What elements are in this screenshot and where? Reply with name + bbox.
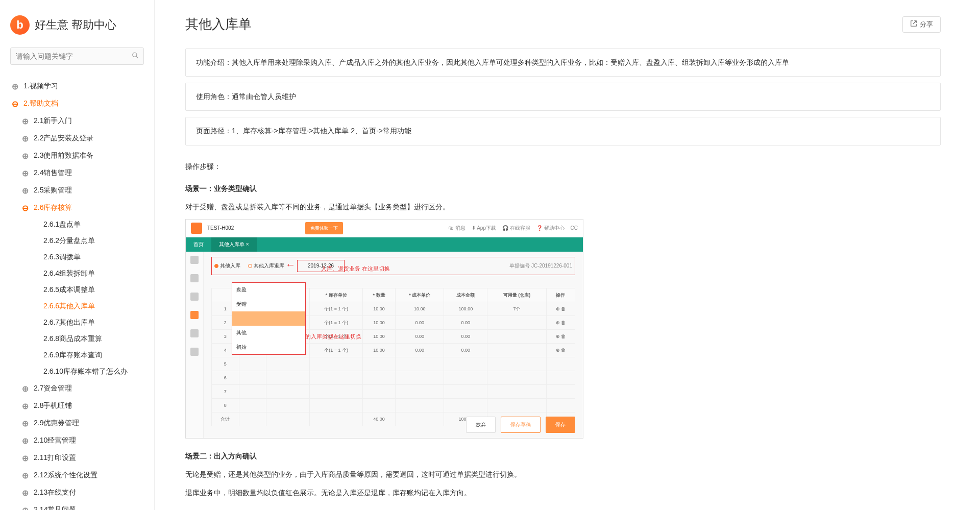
- sidebar: b 好生意 帮助中心 ⊕1.视频学习 ⊖2.帮助文档 ⊕2.1新手入门 ⊕2.2…: [0, 0, 155, 510]
- ss-topbar: TEST-H002 免费体验一下 🛍 消息 ⬇ App下载 🎧 在线客服 ❓ 帮…: [186, 220, 583, 237]
- radio-dot-icon: [214, 264, 218, 268]
- nav-2-6-9[interactable]: 2.6.9库存账本查询: [43, 347, 144, 363]
- nav-2-6-3[interactable]: 2.6.3调拨单: [43, 249, 144, 265]
- nav-label: 2.6.3调拨单: [43, 253, 81, 262]
- ss-tab-home: 首页: [186, 237, 211, 252]
- ss-nav-icon: [190, 311, 199, 319]
- nav-label: 1.视频学习: [23, 82, 58, 91]
- nav-label: 2.9优惠券管理: [34, 419, 79, 428]
- intro-box: 功能介绍：其他入库单用来处理除采购入库、产成品入库之外的其他入库业务，因此其他入…: [185, 48, 941, 77]
- nav-2-9[interactable]: ⊕2.9优惠券管理: [20, 415, 144, 432]
- plus-icon: ⊕: [20, 384, 30, 393]
- plus-icon: ⊕: [20, 151, 30, 160]
- nav-2-13[interactable]: ⊕2.13在线支付: [20, 484, 144, 501]
- scene3-title: 场景三：其它业务处理: [185, 507, 941, 510]
- ss-dropdown: 盘盈 受赠 其他 初始: [232, 282, 306, 355]
- svg-point-0: [133, 53, 137, 57]
- nav-2-6-7[interactable]: 2.6.7其他出库单: [43, 314, 144, 331]
- steps-label: 操作步骤：: [185, 159, 941, 174]
- ss-nav-icon: [190, 256, 199, 264]
- nav-help-docs[interactable]: ⊖2.帮助文档: [10, 95, 144, 112]
- ss-testid: TEST-H002: [207, 223, 234, 233]
- search-box: [10, 47, 144, 65]
- intro-label: 功能介绍：: [196, 58, 232, 66]
- nav-2-6-5[interactable]: 2.6.5成本调整单: [43, 282, 144, 298]
- radio-label: 其他入库: [220, 261, 240, 271]
- logo-icon: b: [10, 15, 30, 35]
- share-label: 分享: [920, 20, 933, 29]
- arrow-icon: ←: [285, 254, 296, 275]
- ss-body: 其他入库 其他入库退库 2019-12-26 单据编号 JC-20191226-…: [186, 252, 583, 438]
- nav-2-14[interactable]: ⊕2.14常见问题: [20, 501, 144, 510]
- nav-2-2[interactable]: ⊕2.2产品安装及登录: [20, 130, 144, 147]
- dd-item: 初始: [232, 340, 305, 354]
- nav-2-6-1[interactable]: 2.6.1盘点单: [43, 216, 144, 233]
- main-content: 其他入库单 分享 功能介绍：其他入库单用来处理除采购入库、产成品入库之外的其他入…: [155, 0, 971, 510]
- nav-2-5[interactable]: ⊕2.5采购管理: [20, 182, 144, 199]
- nav-label: 2.6.10库存账本错了怎么办: [43, 367, 128, 376]
- dd-item: [232, 311, 305, 326]
- scene1-text: 对于受赠、盘盈或是拆装入库等不同的业务，是通过单据头【业务类型】进行区分。: [185, 200, 941, 214]
- nav-label: 2.6.7其他出库单: [43, 318, 95, 327]
- nav-2-6-2[interactable]: 2.6.2分量盘点单: [43, 233, 144, 249]
- nav-2-6-10[interactable]: 2.6.10库存账本错了怎么办: [43, 363, 144, 380]
- nav-2-3[interactable]: ⊕2.3使用前数据准备: [20, 147, 144, 164]
- nav-2-8[interactable]: ⊕2.8手机旺铺: [20, 397, 144, 415]
- nav-label: 2.6库存核算: [34, 203, 72, 212]
- ss-nav-icon: [190, 293, 199, 301]
- plus-icon: ⊕: [20, 134, 30, 143]
- ss-nav-icon: [190, 348, 199, 356]
- nav-2-10[interactable]: ⊕2.10经营管理: [20, 432, 144, 449]
- plus-icon: ⊕: [20, 186, 30, 195]
- minus-icon: ⊖: [10, 99, 19, 108]
- nav-label: 2.6.5成本调整单: [43, 285, 95, 295]
- intro-text: 其他入库单用来处理除采购入库、产成品入库之外的其他入库业务，因此其他入库单可处理…: [232, 58, 789, 66]
- content-section: 操作步骤： 场景一：业务类型确认 对于受赠、盘盈或是拆装入库等不同的业务，是通过…: [185, 152, 941, 510]
- screenshot-image: TEST-H002 免费体验一下 🛍 消息 ⬇ App下载 🎧 在线客服 ❓ 帮…: [185, 219, 583, 439]
- logo-row: b 好生意 帮助中心: [10, 15, 144, 35]
- plus-icon: ⊕: [20, 488, 30, 497]
- nav-label: 2.6.6其他入库单: [43, 302, 95, 311]
- nav-label: 2.8手机旺铺: [34, 401, 72, 410]
- plus-icon: ⊕: [20, 168, 30, 178]
- nav-2-6[interactable]: ⊖2.6库存核算: [20, 199, 144, 216]
- ss-btn-cancel: 放弃: [466, 417, 496, 433]
- dd-item: 盘盈: [232, 283, 305, 297]
- nav-2-6-6[interactable]: 2.6.6其他入库单: [43, 298, 144, 314]
- plus-icon: ⊕: [20, 453, 30, 463]
- nav-label: 2.10经营管理: [34, 436, 76, 445]
- search-icon[interactable]: [132, 52, 139, 61]
- nav-2-6-4[interactable]: 2.6.4组装拆卸单: [43, 265, 144, 282]
- nav-label: 2.3使用前数据准备: [34, 151, 93, 160]
- ss-tabbar: 首页 其他入库单 ×: [186, 237, 583, 252]
- svg-line-1: [136, 56, 138, 58]
- ss-content: 其他入库 其他入库退库 2019-12-26 单据编号 JC-20191226-…: [204, 252, 583, 438]
- nav-label: 2.6.9库存账本查询: [43, 351, 102, 360]
- share-icon: [910, 20, 917, 29]
- nav-label: 2.5采购管理: [34, 186, 72, 195]
- ss-try-btn: 免费体验一下: [305, 222, 343, 234]
- search-input[interactable]: [10, 47, 144, 65]
- nav-2-4[interactable]: ⊕2.4销售管理: [20, 164, 144, 182]
- plus-icon: ⊕: [20, 436, 30, 445]
- nav-2-7[interactable]: ⊕2.7资金管理: [20, 380, 144, 397]
- nav-2-12[interactable]: ⊕2.12系统个性化设置: [20, 467, 144, 484]
- nav-2-11[interactable]: ⊕2.11打印设置: [20, 449, 144, 467]
- dd-item: 受赠: [232, 297, 305, 311]
- share-button[interactable]: 分享: [902, 16, 941, 33]
- nav-2-6-8[interactable]: 2.6.8商品成本重算: [43, 331, 144, 347]
- ss-icon: 🛍 消息: [449, 223, 465, 233]
- logo-text: 好生意 帮助中心: [35, 17, 116, 33]
- plus-icon: ⊕: [20, 419, 30, 428]
- plus-icon: ⊕: [20, 401, 30, 410]
- nav-label: 2.14常见问题: [34, 505, 76, 510]
- nav-label: 2.4销售管理: [34, 168, 72, 178]
- nav-label: 2.6.4组装拆卸单: [43, 269, 95, 278]
- radio-label: 其他入库退库: [254, 261, 284, 271]
- nav-label: 2.6.1盘点单: [43, 220, 81, 229]
- scene2-text2: 退库业务中，明细数量均以负值红色展示。无论是入库还是退库，库存账均记在入库方向。: [185, 485, 941, 500]
- nav-video[interactable]: ⊕1.视频学习: [10, 78, 144, 95]
- ss-radio2: 其他入库退库: [248, 261, 284, 271]
- page-header: 其他入库单 分享: [185, 15, 941, 33]
- nav-2-1[interactable]: ⊕2.1新手入门: [20, 112, 144, 130]
